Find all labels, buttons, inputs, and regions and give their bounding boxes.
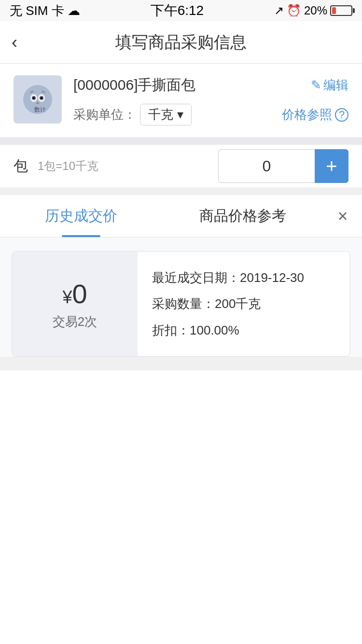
product-thumbnail: 数计 [14,75,62,124]
status-time: 下午6:12 [151,1,204,20]
edit-icon: ✎ [311,78,321,93]
card-detail-section: 最近成交日期：2019-12-30 采购数量：200千克 折扣：100.00% [138,252,350,356]
help-icon: ? [335,108,348,122]
dropdown-arrow-icon: ▾ [177,107,183,122]
bag-label: 包 [14,156,28,176]
plus-button[interactable]: + [315,149,348,183]
page-title: 填写商品采购信息 [115,31,247,54]
unit-label: 采购单位： [73,106,136,123]
product-section: 数计 [0000006]手撕面包 ✎ 编辑 采购单位： 千克 ▾ [0,64,362,137]
location-icon: ↗ [274,4,284,17]
recent-date-row: 最近成交日期：2019-12-30 [152,269,335,286]
tab-price-ref-label: 商品价格参考 [199,206,286,226]
tabs-header: 历史成交价 商品价格参考 × [0,195,362,238]
currency-symbol: ¥ [62,287,72,307]
trade-count: 交易2次 [53,313,97,330]
bag-conversion: 1包=10千克 [38,158,209,174]
tabs-section: 历史成交价 商品价格参考 × ¥0 交易2次 最近成交日期：2019-12-30… [0,195,362,357]
tab-history-price[interactable]: 历史成交价 [0,195,162,237]
quantity-input[interactable] [218,149,315,183]
quantity-row: 包 1包=10千克 + [0,145,362,187]
status-bar: 无 SIM 卡 ☁ 下午6:12 ↗ ⏰ 20% [0,0,362,21]
alarm-icon: ⏰ [287,4,301,17]
svg-point-6 [41,97,42,99]
product-row: 数计 [0000006]手撕面包 ✎ 编辑 采购单位： 千克 ▾ [14,75,348,126]
transaction-card: ¥0 交易2次 最近成交日期：2019-12-30 采购数量：200千克 折扣：… [12,251,350,357]
product-name: [0000006]手撕面包 [73,75,195,95]
owl-logo-icon: 数计 [21,83,55,116]
product-top-row: [0000006]手撕面包 ✎ 编辑 [73,75,348,95]
close-button[interactable]: × [323,195,362,238]
separator [0,137,362,145]
purchase-quantity-row: 采购数量：200千克 [152,295,335,312]
price-reference-button[interactable]: 价格参照 ? [282,106,348,123]
discount-row: 折扣：100.00% [152,322,335,339]
sim-label: 无 SIM 卡 ☁ [10,2,80,19]
battery-icon [330,5,352,16]
status-right: ↗ ⏰ 20% [274,4,352,17]
nav-bar: ‹ 填写商品采购信息 [0,21,362,64]
unit-select[interactable]: 千克 ▾ [140,104,192,126]
product-unit-row: 采购单位： 千克 ▾ 价格参照 ? [73,104,348,126]
quantity-input-wrap: + [218,149,348,183]
bottom-content [0,370,362,644]
tab-product-price-ref[interactable]: 商品价格参考 [162,195,323,237]
tab-history-label: 历史成交价 [45,206,117,226]
battery-percent: 20% [304,4,327,17]
svg-point-5 [33,97,35,99]
product-info: [0000006]手撕面包 ✎ 编辑 采购单位： 千克 ▾ 价格参照 ? [73,75,348,126]
edit-button[interactable]: ✎ 编辑 [311,77,348,94]
svg-text:数计: 数计 [34,106,46,113]
price-display: ¥0 [62,278,87,309]
status-left: 无 SIM 卡 ☁ [10,2,80,19]
card-price-section: ¥0 交易2次 [12,252,138,356]
back-button[interactable]: ‹ [12,32,17,53]
tab-active-indicator [62,235,100,237]
